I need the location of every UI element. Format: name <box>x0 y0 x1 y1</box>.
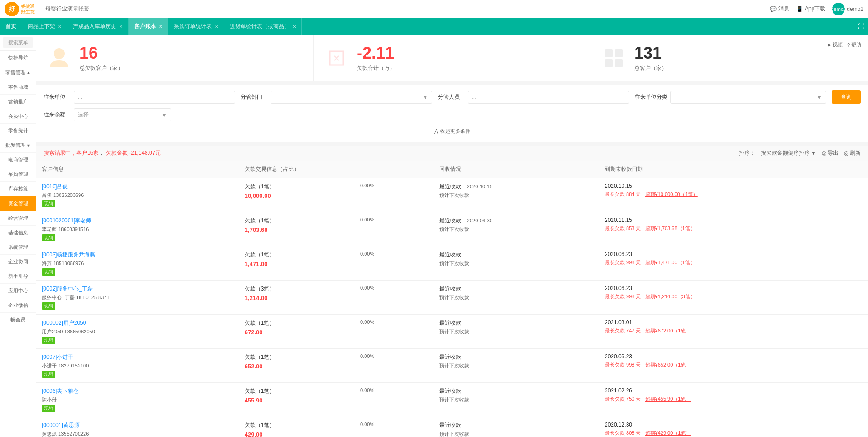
customer-phone-0: 吕俊 13026203696 <box>42 192 234 199</box>
help-btn[interactable]: ? 帮助 <box>847 41 861 48</box>
debt-amount-0[interactable]: 10,000.00 <box>245 192 340 199</box>
debt-percent-5: 0.00% <box>360 353 428 359</box>
debt-amount-7[interactable]: 429.00 <box>245 431 340 437</box>
customer-name-link-6[interactable]: [0006]去下粮仓 <box>42 387 234 395</box>
cell-collection-4: 最近收款 预计下次收款 <box>434 315 599 349</box>
tab-purchase-stats-close[interactable]: ✕ <box>292 24 296 29</box>
customer-name-link-7[interactable]: [000001]黄思源 <box>42 422 234 429</box>
refresh-btn[interactable]: ◎ 刷新 <box>844 149 861 157</box>
sidebar-item-batch-mgmt[interactable]: 批发管理 ▼ <box>0 138 36 153</box>
tab-purchase-order[interactable]: 采购订单统计表 ✕ <box>168 18 224 35</box>
table-row: [0006]去下粮仓 陈小册 现销 欠款（1笔） 455.90 0.00% 最近… <box>36 383 868 417</box>
collapse-icon: ⋀ <box>434 128 438 134</box>
filter-person-input[interactable]: ... <box>468 91 629 104</box>
tab-product-list[interactable]: 商品上下架 ✕ <box>22 18 67 35</box>
stat-label-total-debt: 欠款合计（万） <box>357 65 582 72</box>
cell-collection-1: 最近收款 2020-06-30 预计下次收款 <box>434 212 599 246</box>
sidebar-item-marketing[interactable]: 营销推广 <box>0 95 36 109</box>
sidebar-item-quick-nav[interactable]: 快捷导航 <box>0 51 36 65</box>
sidebar-item-ecommerce[interactable]: 电商管理 <box>0 153 36 167</box>
sidebar-item-basic-info[interactable]: 基础信息 <box>0 226 36 240</box>
sidebar-item-purchase-mgmt[interactable]: 采购管理 <box>0 167 36 182</box>
export-label: 导出 <box>828 149 838 157</box>
top-right-actions: 💬 消息 📱 App下载 demo2 demo2 <box>770 3 863 15</box>
tab-product-history-close[interactable]: ✕ <box>119 24 123 29</box>
sidebar-item-member[interactable]: 会员中心 <box>0 109 36 124</box>
customer-name-link-4[interactable]: [000002]用户2050 <box>42 319 234 327</box>
tab-maximize-icon[interactable]: ⛶ <box>858 23 864 30</box>
tab-product-list-close[interactable]: ✕ <box>58 24 61 29</box>
next-collection-6: 预计下次收款 <box>439 397 594 403</box>
overdue-info-3: 最长欠款 998 天 超期¥1,214.00（3笔） <box>605 293 863 300</box>
sidebar-item-vip[interactable]: 畅会员 <box>0 313 36 327</box>
filter-dept-select[interactable]: ▼ <box>271 91 432 104</box>
filter-dept: 分管部门 ▼ <box>241 91 432 104</box>
stat-number-total-customers: 131 <box>634 44 859 63</box>
sidebar-item-system[interactable]: 系统管理 <box>0 240 36 255</box>
collection-info-0: 最近收款 2020-10-15 <box>439 183 594 191</box>
table-row: [0001020001]李老师 李老师 18600391516 现销 欠款（1笔… <box>36 212 868 246</box>
filter-person-label: 分管人员 <box>438 93 465 101</box>
sidebar-search-btn[interactable]: 搜索菜单 <box>3 37 33 48</box>
tab-customer-account-close[interactable]: ✕ <box>159 24 162 29</box>
sidebar-item-retail-mgmt[interactable]: 零售管理 ▲ <box>0 65 36 80</box>
chevron-down-icon-2: ▼ <box>26 143 30 148</box>
th-collection: 回收情况 <box>434 161 599 178</box>
cell-debt-percent-1: 0.00% <box>346 212 434 246</box>
message-btn[interactable]: 💬 消息 <box>770 5 789 13</box>
debt-amount-3[interactable]: 1,214.00 <box>245 295 340 301</box>
overdue-link-6[interactable]: 超期¥455.90（1笔） <box>645 396 691 402</box>
collection-info-6: 最近收款 <box>439 387 594 395</box>
sidebar-item-enterprise[interactable]: 企业协同 <box>0 255 36 269</box>
filter-customer-unit-input[interactable]: ... <box>74 91 235 104</box>
sidebar-item-retail-mall[interactable]: 零售商城 <box>0 80 36 95</box>
filter-unit-category-select[interactable]: ▼ <box>670 91 826 104</box>
video-icon: ▶ <box>828 42 831 48</box>
customer-name-link-0[interactable]: [0016]吕俊 <box>42 183 234 191</box>
debt-amount-6[interactable]: 455.90 <box>245 397 340 404</box>
customer-name-link-5[interactable]: [0007]小进干 <box>42 353 234 361</box>
app-download-btn[interactable]: 📱 App下载 <box>796 5 825 13</box>
next-collection-5: 预计下次收款 <box>439 362 594 369</box>
sidebar-item-corp-wechat[interactable]: 企业微信 <box>0 298 36 313</box>
export-btn[interactable]: ◎ 导出 <box>822 149 838 157</box>
sidebar-item-operation[interactable]: 经营管理 <box>0 211 36 226</box>
debt-count-2: 欠款（1笔） <box>245 251 340 259</box>
stat-label-debt-customers: 总欠款客户（家） <box>80 65 304 72</box>
customer-name-link-2[interactable]: [0003]畅捷服务尹海燕 <box>42 251 234 259</box>
debt-amount-5[interactable]: 652.00 <box>245 363 340 370</box>
overdue-link-1[interactable]: 超期¥1,703.68（1笔） <box>645 226 695 231</box>
user-menu[interactable]: demo2 demo2 <box>832 3 863 15</box>
overdue-link-3[interactable]: 超期¥1,214.00（3笔） <box>645 294 695 299</box>
tab-customer-account[interactable]: 客户账本 ✕ <box>129 18 168 35</box>
customer-name-link-3[interactable]: [0002]服务中心_丁磊 <box>42 285 234 293</box>
customer-name-link-1[interactable]: [0001020001]李老师 <box>42 217 234 225</box>
person-dots: ... <box>472 94 477 100</box>
debt-amount-1[interactable]: 1,703.68 <box>245 226 340 233</box>
tab-product-history[interactable]: 产成品入库单历史 ✕ <box>67 18 129 35</box>
sidebar-item-app-center[interactable]: 应用中心 <box>0 284 36 298</box>
overdue-link-7[interactable]: 超期¥429.00（1笔） <box>645 430 691 436</box>
sidebar-item-finance[interactable]: 资金管理 <box>0 196 36 211</box>
stat-number-total-debt: -2.11 <box>357 44 582 63</box>
tab-purchase-order-close[interactable]: ✕ <box>215 24 218 29</box>
overdue-link-4[interactable]: 超期¥672.00（1笔） <box>645 328 691 333</box>
video-btn[interactable]: ▶ 视频 <box>828 41 843 48</box>
sort-select[interactable]: 按欠款金额倒序排序 ▼ <box>761 149 816 157</box>
tab-purchase-stats[interactable]: 进货单统计表（按商品） ✕ <box>224 18 302 35</box>
search-button[interactable]: 查询 <box>832 90 861 104</box>
sidebar-item-guide[interactable]: 新手引导 <box>0 269 36 284</box>
collapse-button[interactable]: ⋀ 收起更多条件 <box>434 128 470 135</box>
sidebar-item-inventory[interactable]: 库存核算 <box>0 182 36 196</box>
tab-minimize-icon[interactable]: — <box>849 23 855 30</box>
sidebar-item-retail-stats[interactable]: 零售统计 <box>0 124 36 138</box>
filter-balance-select[interactable]: 选择... ▼ <box>74 108 171 121</box>
overdue-link-2[interactable]: 超期¥1,471.00（1笔） <box>645 260 695 265</box>
table-body: [0016]吕俊 吕俊 13026203696 现销 欠款（1笔） 10,000… <box>36 178 868 437</box>
overdue-link-0[interactable]: 超期¥10,000.00（1笔） <box>645 191 698 197</box>
debt-amount-4[interactable]: 672.00 <box>245 329 340 336</box>
tab-home[interactable]: 首页 <box>0 18 22 35</box>
debt-amount-2[interactable]: 1,471.00 <box>245 261 340 267</box>
overdue-info-2: 最长欠款 998 天 超期¥1,471.00（1笔） <box>605 259 863 266</box>
overdue-link-5[interactable]: 超期¥652.00（1笔） <box>645 362 691 367</box>
